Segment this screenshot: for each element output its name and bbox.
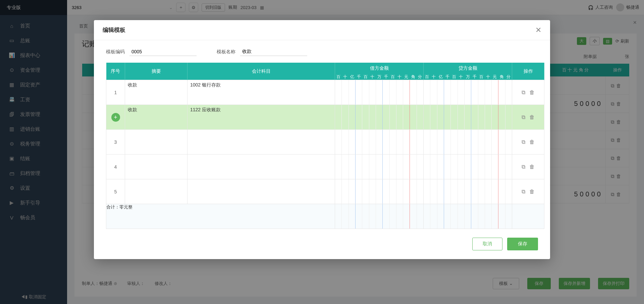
col-seq: 序号	[106, 63, 125, 80]
subject-cell[interactable]: 1122 应收账款	[187, 105, 335, 130]
debit-cell[interactable]	[335, 179, 424, 204]
copy-icon[interactable]: ⧉	[522, 189, 525, 195]
template-code-input[interactable]	[129, 48, 197, 56]
summary-cell[interactable]: 收款	[125, 80, 187, 105]
template-name-input[interactable]	[240, 48, 307, 56]
credit-cell[interactable]	[424, 105, 512, 130]
summary-cell[interactable]	[125, 155, 187, 179]
template-table: 序号 摘要 会计科目 借方金额 贷方金额 操作 百十亿千百十万千百十元角分百十亿…	[106, 63, 544, 229]
delete-icon[interactable]: 🗑	[529, 89, 535, 96]
seq-cell: +	[106, 105, 125, 130]
debit-cell[interactable]	[335, 130, 424, 155]
summary-cell[interactable]	[125, 179, 187, 204]
delete-icon[interactable]: 🗑	[529, 114, 535, 120]
delete-icon[interactable]: 🗑	[529, 139, 535, 145]
table-row[interactable]: 5⧉🗑	[106, 179, 544, 204]
debit-cell[interactable]	[335, 155, 424, 179]
row-ops: ⧉🗑	[512, 130, 544, 155]
credit-cell[interactable]	[424, 130, 512, 155]
copy-icon[interactable]: ⧉	[522, 89, 525, 96]
cancel-button[interactable]: 取消	[472, 238, 502, 250]
table-row[interactable]: +收款1122 应收账款⧉🗑	[106, 105, 544, 130]
modal-overlay: 编辑模板 ✕ 模板编码 模板名称	[0, 0, 644, 304]
add-row-button[interactable]: +	[111, 113, 120, 122]
copy-icon[interactable]: ⧉	[522, 114, 525, 120]
template-name-label: 模板名称	[217, 49, 235, 55]
edit-template-modal: 编辑模板 ✕ 模板编码 模板名称	[94, 20, 550, 259]
summary-cell[interactable]	[125, 130, 187, 155]
credit-cell[interactable]	[424, 80, 512, 105]
copy-icon[interactable]: ⧉	[522, 139, 525, 145]
total-label: 合计：零元整	[106, 204, 335, 229]
col-debit: 借方金额	[335, 63, 424, 74]
save-button[interactable]: 保存	[507, 238, 538, 250]
summary-cell[interactable]: 收款	[125, 105, 187, 130]
col-op: 操作	[512, 63, 544, 80]
row-ops: ⧉🗑	[512, 80, 544, 105]
col-subject: 会计科目	[187, 63, 335, 80]
subject-cell[interactable]	[187, 179, 335, 204]
row-ops: ⧉🗑	[512, 155, 544, 179]
debit-cell[interactable]	[335, 105, 424, 130]
copy-icon[interactable]: ⧉	[522, 164, 525, 170]
table-row[interactable]: 1收款1002 银行存款⧉🗑	[106, 80, 544, 105]
delete-icon[interactable]: 🗑	[529, 189, 535, 195]
subject-cell[interactable]: 1002 银行存款	[187, 80, 335, 105]
modal-title: 编辑模板	[103, 26, 125, 34]
debit-cell[interactable]	[335, 80, 424, 105]
row-ops: ⧉🗑	[512, 105, 544, 130]
subject-cell[interactable]	[187, 155, 335, 179]
credit-cell[interactable]	[424, 179, 512, 204]
credit-cell[interactable]	[424, 155, 512, 179]
seq-cell: 4	[106, 155, 125, 179]
seq-cell: 3	[106, 130, 125, 155]
table-row[interactable]: 4⧉🗑	[106, 155, 544, 179]
delete-icon[interactable]: 🗑	[529, 164, 535, 170]
col-credit: 贷方金额	[424, 63, 512, 74]
row-ops: ⧉🗑	[512, 179, 544, 204]
col-summary: 摘要	[125, 63, 187, 80]
modal-close-button[interactable]: ✕	[535, 26, 541, 34]
subject-cell[interactable]	[187, 130, 335, 155]
template-code-label: 模板编码	[106, 49, 125, 55]
seq-cell: 1	[106, 80, 125, 105]
seq-cell: 5	[106, 179, 125, 204]
table-row[interactable]: 3⧉🗑	[106, 130, 544, 155]
